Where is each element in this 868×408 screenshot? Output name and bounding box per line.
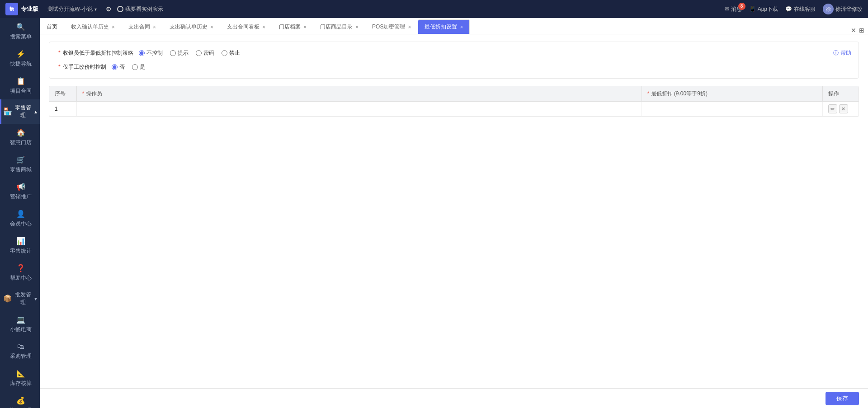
- th-operator: 操作员: [76, 86, 642, 102]
- radio-remind-input[interactable]: [170, 50, 176, 56]
- project-selector[interactable]: 测试分开流程-小说 ▾: [44, 5, 100, 13]
- tab-income-confirm[interactable]: 收入确认单历史 ×: [64, 19, 122, 34]
- finance-icon: 💰: [16, 396, 25, 405]
- demo-label: 我要看实例演示: [125, 5, 163, 13]
- tab-min-discount[interactable]: 最低折扣设置 ×: [418, 19, 470, 34]
- table-body: 1 ✏ ✕: [49, 102, 859, 117]
- tab-payment-confirm-close[interactable]: ×: [210, 24, 213, 30]
- control-strategy-label: * 收银员低于最低折扣控制策略: [58, 49, 133, 57]
- online-service-label: 在线客服: [794, 5, 816, 13]
- radio-forbid[interactable]: 禁止: [222, 49, 240, 57]
- th-action: 操作: [822, 86, 859, 102]
- discount-table: 序号 操作员 最低折扣 (9.00等于9折) 操作 1: [49, 86, 859, 117]
- sidebar-item-marketing[interactable]: 📢 营销推广: [0, 178, 40, 205]
- radio-no-input[interactable]: [112, 64, 118, 70]
- tab-more-icon[interactable]: ⊞: [859, 27, 864, 34]
- retail-arrow-icon: ▲: [33, 109, 38, 114]
- tab-payment-contract[interactable]: 支出合同 ×: [122, 19, 163, 34]
- tab-payment-board-close[interactable]: ×: [262, 24, 265, 30]
- radio-remind[interactable]: 提示: [170, 49, 189, 57]
- bottom-bar: 保存: [40, 388, 868, 408]
- page-inner: ⓘ 帮助 * 收银员低于最低折扣控制策略 不控制: [40, 34, 868, 388]
- save-button[interactable]: 保存: [826, 392, 859, 405]
- content-area: 首页 收入确认单历史 × 支出合同 × 支出确认单历史 × 支出合同看板 × 门…: [40, 18, 868, 408]
- tab-store-archive-close[interactable]: ×: [303, 24, 307, 30]
- topbar-settings-icon[interactable]: ⚙: [106, 5, 112, 13]
- sidebar-item-wholesale[interactable]: 📦 批发管理 ▼: [0, 286, 40, 311]
- sidebar-label-inventory: 库存核算: [10, 380, 32, 387]
- sidebar-item-help[interactable]: ❓ 帮助中心: [0, 259, 40, 286]
- tab-store-goods-close[interactable]: ×: [355, 24, 359, 30]
- radio-yes-label: 是: [140, 63, 145, 71]
- page-content: ⓘ 帮助 * 收银员低于最低折扣控制策略 不控制: [40, 34, 868, 388]
- sidebar-item-inventory[interactable]: 📐 库存核算: [0, 365, 40, 392]
- app-name: 专业版: [21, 5, 38, 13]
- sidebar-item-member[interactable]: 👤 会员中心: [0, 205, 40, 232]
- radio-password[interactable]: 密码: [196, 49, 214, 57]
- tab-store-goods-label: 门店商品目录: [320, 23, 353, 31]
- cell-operator: [76, 102, 642, 117]
- radio-no-control[interactable]: 不控制: [139, 49, 163, 57]
- sidebar-item-smart-store[interactable]: 🏠 智慧门店: [0, 124, 40, 151]
- tab-min-discount-close[interactable]: ×: [460, 24, 463, 30]
- radio-forbid-input[interactable]: [222, 50, 227, 56]
- tab-home-label: 首页: [47, 23, 57, 31]
- ecommerce-icon: 💻: [16, 315, 25, 324]
- sidebar-label-purchase: 采购管理: [10, 352, 32, 360]
- sidebar-item-search[interactable]: 🔍 搜索菜单: [0, 18, 40, 45]
- sidebar-label-wholesale: 批发管理: [14, 291, 32, 306]
- tab-payment-board[interactable]: 支出合同看板 ×: [220, 19, 272, 34]
- required-star: *: [58, 50, 61, 56]
- th-seq: 序号: [49, 86, 76, 102]
- logo-icon: 畅: [5, 3, 18, 15]
- sidebar-item-online-store[interactable]: 🛒 零售商城: [0, 151, 40, 178]
- smart-store-icon: 🏠: [16, 128, 25, 137]
- radio-no-control-input[interactable]: [139, 50, 145, 56]
- radio-remind-label: 提示: [178, 49, 189, 57]
- tab-store-archive[interactable]: 门店档案 ×: [272, 19, 313, 34]
- member-icon: 👤: [16, 210, 25, 218]
- sidebar-item-contract[interactable]: 📋 项目合同: [0, 72, 40, 99]
- form-section: ⓘ 帮助 * 收银员低于最低折扣控制策略 不控制: [49, 42, 859, 79]
- app-download-label: App下载: [758, 5, 778, 13]
- search-icon: 🔍: [16, 23, 25, 31]
- radio-no[interactable]: 否: [112, 63, 125, 71]
- cell-action: ✏ ✕: [822, 102, 859, 117]
- tab-payment-contract-close[interactable]: ×: [153, 24, 156, 30]
- demo-circle-icon: [117, 6, 123, 12]
- avatar: 徐: [823, 4, 834, 14]
- sidebar-item-ecommerce[interactable]: 💻 小畅电商: [0, 311, 40, 338]
- tab-pos-password-close[interactable]: ×: [408, 24, 411, 30]
- radio-password-input[interactable]: [196, 50, 202, 56]
- tab-home[interactable]: 首页: [40, 19, 64, 34]
- online-service-button[interactable]: 💬 在线客服: [785, 5, 816, 13]
- user-profile-button[interactable]: 徐 徐泽华修改: [823, 4, 863, 14]
- app-download-button[interactable]: 📱 App下载: [749, 5, 778, 13]
- tab-payment-board-label: 支出合同看板: [227, 23, 259, 31]
- sidebar-item-finance[interactable]: 💰 资金管理: [0, 392, 40, 408]
- topbar: 畅 专业版 测试分开流程-小说 ▾ ⚙ 我要看实例演示 ✉ 消息 8 📱 App…: [0, 0, 868, 18]
- sidebar-item-retail-stat[interactable]: 📊 零售统计: [0, 232, 40, 259]
- delete-row-button[interactable]: ✕: [839, 104, 848, 113]
- radio-yes[interactable]: 是: [132, 63, 145, 71]
- tab-payment-confirm[interactable]: 支出确认单历史 ×: [163, 19, 220, 34]
- sidebar-item-retail[interactable]: 🏪 零售管理 ▲: [0, 99, 40, 124]
- sidebar-label-search: 搜索菜单: [10, 33, 32, 41]
- retail-icon: 🏪: [3, 107, 12, 116]
- messages-button[interactable]: ✉ 消息 8: [725, 5, 742, 13]
- help-button[interactable]: ⓘ 帮助: [833, 49, 851, 57]
- radio-yes-input[interactable]: [132, 64, 138, 70]
- manual-price-radio-group: 否 是: [112, 63, 145, 71]
- tab-store-goods[interactable]: 门店商品目录 ×: [313, 19, 365, 34]
- sidebar: 🔍 搜索菜单 ⚡ 快捷导航 📋 项目合同 🏪 零售管理 ▲ 🏠 智慧门店 🛒 零…: [0, 18, 40, 408]
- tab-min-discount-label: 最低折扣设置: [425, 23, 457, 31]
- sidebar-item-purchase[interactable]: 🛍 采购管理: [0, 338, 40, 365]
- edit-row-button[interactable]: ✏: [828, 104, 837, 113]
- project-name: 测试分开流程-小说: [47, 5, 93, 13]
- tab-close-all-icon[interactable]: ✕: [851, 27, 856, 34]
- radio-forbid-label: 禁止: [229, 49, 240, 57]
- demo-button[interactable]: 我要看实例演示: [117, 5, 163, 13]
- tab-income-confirm-close[interactable]: ×: [112, 24, 115, 30]
- sidebar-item-quicknav[interactable]: ⚡ 快捷导航: [0, 45, 40, 72]
- tab-pos-password[interactable]: POS加密管理 ×: [365, 19, 418, 34]
